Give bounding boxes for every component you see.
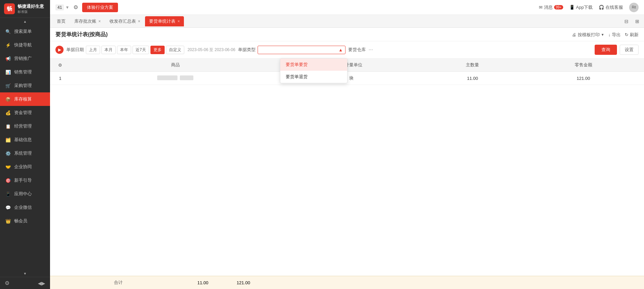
date-btn-this-month[interactable]: 本月 [101,46,116,54]
tab-fullscreen-btn[interactable]: ⊞ [633,18,641,25]
sidebar-item-guide[interactable]: 🎯 新手引导 [0,174,50,187]
footer-quantity: 11.00 [183,280,223,285]
row-amount: 121.00 [523,72,644,85]
type-dropdown: 要货单要货 要货单退货 [280,58,348,83]
message-badge: 99+ [554,5,563,9]
tab-receipt-summary[interactable]: 收发存汇总表 × [105,16,144,26]
sidebar-item-enterprise[interactable]: 🤝 企业协同 [0,160,50,174]
store-number: 41 [55,4,64,10]
table-footer: 合计 11.00 121.00 [50,276,644,289]
topbar-settings-icon[interactable]: ⚙ [73,4,78,10]
user-avatar[interactable]: Rit [629,3,639,12]
message-btn[interactable]: ✉ 消息 99+ [539,4,563,10]
date-btn-last-month[interactable]: 上月 [86,46,100,54]
filter-date-group: 单据日期 上月 本月 本年 近7天 更多 自定义 2023-05-06 至 20… [66,46,235,54]
guide-icon: 🎯 [5,177,11,184]
tab-order-stats-close[interactable]: × [177,19,180,24]
sidebar-item-marketing[interactable]: 📢 营销推广 [0,52,50,65]
page-content: 要货单统计表(按商品) 🖨 按模板打印 ▼ ↓ 导出 ↻ 刷新 ▶ [50,28,644,289]
col-settings: ⚙ [50,59,70,72]
sidebar-nav: 🔍 搜索菜单 ⚡ 快捷导航 📢 营销推广 📊 销售管理 🛒 采购管理 📦 库存核… [0,25,50,270]
col-product: 商品 [70,59,280,72]
settings-icon[interactable]: ⚙ [5,280,9,286]
store-dropdown-icon[interactable]: ▼ [65,5,69,10]
sidebar-scroll-up[interactable]: ▲ [0,18,50,25]
app-download-btn[interactable]: 📱 App下载 [569,4,593,10]
sidebar-scroll-down[interactable]: ▼ [0,270,50,277]
page-actions: 🖨 按模板打印 ▼ ↓ 导出 ↻ 刷新 [572,32,639,38]
sidebar-item-operations[interactable]: 📋 经营管理 [0,119,50,133]
tab-collapse-btn[interactable]: ⊟ [622,18,630,25]
inventory-icon: 📦 [5,96,11,103]
filter-expand-btn[interactable]: ▶ [55,46,64,54]
print-btn[interactable]: 🖨 按模板打印 ▼ [572,32,604,38]
row-num: 1 [50,72,70,85]
sidebar-item-inventory[interactable]: 📦 库存核算 [0,92,50,106]
settings-filter-btn[interactable]: 设置 [620,45,639,55]
table-wrapper: ⚙ 商品 主计量单位 主数量 零售金额 1 [50,59,644,276]
sidebar-item-purchase[interactable]: 🛒 采购管理 [0,79,50,92]
sidebar-item-sales[interactable]: 📊 销售管理 [0,65,50,79]
sidebar-bottom: ⚙ ◀▶ [0,277,50,289]
row-quantity: 11.00 [422,72,523,85]
sidebar-item-app-center[interactable]: 📱 应用中心 [0,187,50,201]
table-settings-icon[interactable]: ⚙ [58,63,62,68]
app-center-icon: 📱 [5,191,11,197]
enterprise-icon: 🤝 [5,163,11,170]
warehouse-more-icon[interactable]: ··· [368,47,373,53]
date-btn-more[interactable]: 更多 [150,46,165,54]
tabbar: 首页 库存批次账 × 收发存汇总表 × 要货单统计表 × ⊟ ⊞ [50,15,644,28]
refresh-btn[interactable]: ↻ 刷新 [625,32,639,38]
member-icon: 👑 [5,218,11,224]
sidebar-item-search[interactable]: 🔍 搜索菜单 [0,25,50,38]
tab-batch-account-close[interactable]: × [98,19,101,24]
filter-action-btns: 查询 设置 [595,45,639,55]
sidebar-item-member[interactable]: 👑 畅会员 [0,214,50,228]
sales-icon: 📊 [5,69,11,75]
topbar-left: 41 ▼ ⚙ 体验行业方案 [55,3,118,12]
tab-batch-account[interactable]: 库存批次账 × [70,16,105,26]
app-logo: 畅 [4,3,15,14]
topbar: 41 ▼ ⚙ 体验行业方案 ✉ 消息 99+ 📱 App下载 🎧 在线客服 Ri… [50,0,644,15]
print-dropdown-icon[interactable]: ▼ [601,33,604,37]
type-input[interactable] [258,46,345,54]
basic-info-icon: 🗂️ [5,136,11,143]
online-service-btn[interactable]: 🎧 在线客服 [599,4,623,10]
sidebar-item-finance[interactable]: 💰 资金管理 [0,106,50,119]
refresh-icon: ↻ [625,32,628,37]
system-icon: ⚙️ [5,150,11,157]
date-range-display: 2023-05-06 至 2023-06-06 [188,47,235,53]
tab-expand-area: ⊟ ⊞ [622,18,641,25]
date-btn-custom[interactable]: 自定义 [166,46,184,54]
store-selector[interactable]: 41 ▼ [55,4,69,10]
promo-button[interactable]: 体验行业方案 [82,3,118,12]
query-btn[interactable]: 查询 [595,45,617,55]
date-btn-this-year[interactable]: 本年 [117,46,131,54]
search-icon: 🔍 [5,28,11,35]
sidebar-item-quick-nav[interactable]: ⚡ 快捷导航 [0,38,50,52]
finance-icon: 💰 [5,109,11,116]
page-header: 要货单统计表(按商品) 🖨 按模板打印 ▼ ↓ 导出 ↻ 刷新 [50,28,644,41]
dropdown-item-order-return[interactable]: 要货单退货 [280,71,347,83]
export-btn[interactable]: ↓ 导出 [609,32,621,38]
date-shortcuts: 上月 本月 本年 近7天 更多 自定义 [86,46,184,54]
filter-bar: ▶ 单据日期 上月 本月 本年 近7天 更多 自定义 2023-05-06 至 … [50,41,644,59]
col-amount: 零售金额 [523,59,644,72]
sidebar-item-system[interactable]: ⚙️ 系统管理 [0,147,50,160]
message-icon: ✉ [539,5,543,10]
footer-label: 合计 [74,280,142,286]
purchase-icon: 🛒 [5,82,11,89]
export-icon: ↓ [609,32,611,37]
sidebar: 畅 畅捷通好生意 标准版 ▲ 🔍 搜索菜单 ⚡ 快捷导航 📢 营销推广 📊 销售… [0,0,50,289]
filter-type-group: 单据类型 ▲ [238,46,345,54]
dropdown-item-order-goods[interactable]: 要货单要货 [280,59,347,71]
date-btn-last-7-days[interactable]: 近7天 [133,46,149,54]
tab-home[interactable]: 首页 [53,16,70,26]
sidebar-item-wechat[interactable]: 💬 企业微信 [0,201,50,214]
type-label: 单据类型 [238,47,256,53]
tab-order-stats[interactable]: 要货单统计表 × [145,16,184,26]
product-code-placeholder [180,75,193,80]
tab-receipt-summary-close[interactable]: × [138,19,140,24]
sidebar-item-basic-info[interactable]: 🗂️ 基础信息 [0,133,50,147]
sidebar-collapse-btn[interactable]: ◀▶ [38,281,45,286]
